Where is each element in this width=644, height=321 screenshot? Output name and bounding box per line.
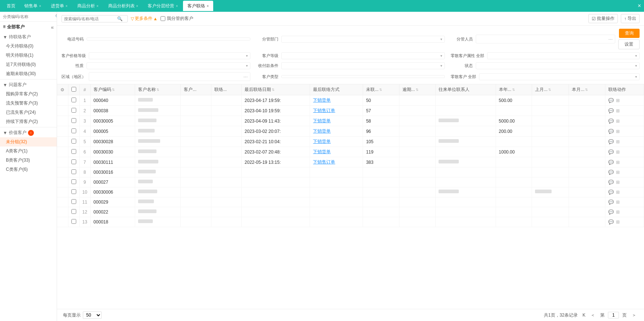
grid-icon[interactable]: ⊞ [616,129,620,134]
row-checkbox[interactable] [71,169,76,174]
query-button[interactable]: 查询 [619,29,640,38]
filter-input-payment[interactable]: ▾ [281,62,445,69]
row-checkbox-cell[interactable] [68,147,79,157]
select-all-checkbox[interactable] [71,87,76,92]
filter-input-dept[interactable]: ▾ [281,36,445,43]
row-checkbox[interactable] [71,128,76,133]
filter-input-retail-attr[interactable]: ▾ [487,52,640,59]
sidebar-item-today-pending[interactable]: 今天待联络(0) [0,42,57,51]
row-last-method[interactable]: 下销售订单 [310,157,363,167]
filter-input-customer-type[interactable] [281,75,445,78]
reset-button[interactable]: 设置 [618,39,640,49]
row-checkbox[interactable] [71,149,76,154]
row-checkbox-cell[interactable] [68,116,79,126]
sidebar-item-ungrouped[interactable]: 未分组(32) [0,137,57,147]
close-icon[interactable]: × [176,4,178,8]
chat-icon[interactable]: 💬 [608,139,614,144]
sidebar-group-value[interactable]: ▼ 价值客户 ! [0,128,57,137]
chat-icon[interactable]: 💬 [608,160,614,165]
row-checkbox-cell[interactable] [68,106,79,116]
row-last-method[interactable]: 下销售订单 [310,106,363,116]
chat-icon[interactable]: 💬 [608,219,614,225]
chat-icon[interactable]: 💬 [608,180,614,185]
grid-icon[interactable]: ⊞ [616,108,620,113]
th-checkbox[interactable] [68,84,79,95]
filter-input-status[interactable]: ▾ [476,62,640,69]
row-checkbox[interactable] [71,179,76,184]
sidebar-item-class-b[interactable]: B类客户(33) [0,156,57,165]
tab-product-analysis[interactable]: 商品分析 × [73,1,103,11]
chat-icon[interactable]: 💬 [608,119,614,124]
tab-customer-contact[interactable]: 客户联络 × [183,1,213,11]
export-button[interactable]: ↑ 导出 [621,14,640,23]
tab-home[interactable]: 首页 [3,3,19,9]
row-checkbox[interactable] [71,209,76,214]
batch-operation-button[interactable]: ☑ 批量操作 [588,14,618,23]
filter-input-phone[interactable] [87,38,250,40]
next-page-button[interactable]: ＞ [630,312,638,319]
sidebar-group-pending[interactable]: ▼ 待联络客户 [0,32,57,42]
chat-icon[interactable]: 💬 [608,149,614,155]
row-last-method[interactable]: 下销货单 [310,147,363,157]
sidebar-item-overdue-pending[interactable]: 逾期未联络(30) [0,69,57,78]
close-icon[interactable]: × [207,4,209,8]
th-contact[interactable]: 联络... [211,84,241,95]
filter-input-price-grade[interactable]: ▾ [89,52,250,59]
chat-icon[interactable]: 💬 [608,129,614,134]
tab-customer-segment[interactable]: 客户分层经营 × [143,1,182,11]
th-not-contacted[interactable]: 未联...⇅ [363,84,400,95]
grid-icon[interactable]: ⊞ [616,98,620,103]
filter-input-customer-grade[interactable]: ▾ [281,52,445,59]
sidebar-search-box[interactable]: 🔍 [0,12,57,22]
page-number-input[interactable] [608,312,619,318]
th-last-method[interactable]: 最后联络方式 [310,84,363,95]
row-checkbox-cell[interactable] [68,137,79,147]
grid-icon[interactable]: ⊞ [616,190,620,195]
row-checkbox-cell[interactable] [68,187,79,197]
grid-icon[interactable]: ⊞ [616,139,620,144]
chat-icon[interactable]: 💬 [608,190,614,195]
grid-icon[interactable]: ⊞ [616,160,620,165]
close-icon[interactable]: × [136,4,138,8]
tab-purchase-order[interactable]: 进货单 × [46,1,72,11]
filter-input-manager[interactable]: ··· [476,35,615,43]
row-checkbox[interactable] [71,139,76,144]
th-type[interactable]: 客户... [181,84,211,95]
row-checkbox-cell[interactable] [68,217,79,227]
row-last-method[interactable]: 下销货单 [310,95,363,106]
row-checkbox[interactable] [71,108,76,113]
sidebar-item-churn-warning[interactable]: 流失预警客户(3) [0,99,57,108]
row-checkbox[interactable] [71,159,76,164]
th-this-month[interactable]: 本月...⇅ [569,84,605,95]
sidebar-item-churned[interactable]: 已流失客户(24) [0,108,57,117]
per-page-select[interactable]: 50 100 [83,311,102,319]
my-customers-checkbox[interactable] [161,16,165,21]
th-overdue[interactable]: 逾期...⇅ [399,84,436,95]
th-name[interactable]: 客户名称⇅ [135,84,181,95]
chat-icon[interactable]: 💬 [608,200,614,205]
my-customers-filter[interactable]: 我分管的客户 [161,15,193,22]
row-checkbox-cell[interactable] [68,167,79,177]
prev-page-button[interactable]: ＜ [589,312,597,319]
row-checkbox-cell[interactable] [68,177,79,187]
th-last-month[interactable]: 上月...⇅ [532,84,569,95]
row-checkbox[interactable] [71,98,76,102]
row-checkbox[interactable] [71,219,76,224]
row-last-method[interactable]: 下销货单 [310,137,363,147]
th-last-date[interactable]: 最后联络日期⇅ [242,84,310,95]
gear-icon[interactable]: ⚙ [60,87,64,92]
row-checkbox[interactable] [71,118,76,123]
th-code[interactable]: 客户编码⇅ [90,84,135,95]
more-icon[interactable]: ··· [243,74,248,80]
sidebar-group-problem[interactable]: ▼ 问题客户 [0,80,57,89]
chat-icon[interactable]: 💬 [608,98,614,103]
filter-input-nature[interactable]: ▾ [87,62,250,69]
sidebar-item-7day-pending[interactable]: 近7天待联络(0) [0,60,57,69]
row-checkbox[interactable] [71,199,76,204]
grid-icon[interactable]: ⊞ [616,200,620,205]
more-icon[interactable]: ··· [608,36,613,42]
sidebar-item-class-a[interactable]: A类客户(1) [0,147,57,156]
tab-sales-order[interactable]: 销售单 × [20,1,46,11]
search-icon[interactable]: 🔍 [117,16,123,21]
close-all-icon[interactable]: × [638,3,641,9]
